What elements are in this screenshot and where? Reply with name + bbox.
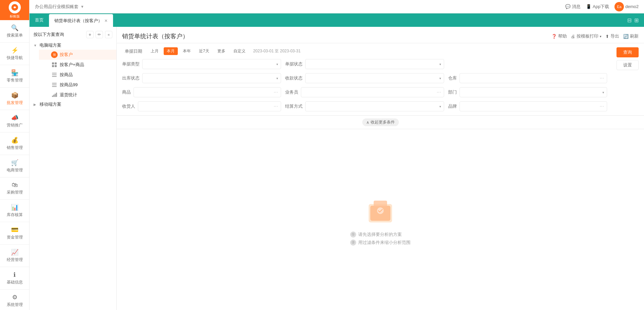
refresh-btn[interactable]: 🔄 刷新 (623, 33, 639, 39)
receiver-dots[interactable]: ··· (274, 103, 278, 109)
sidebar-item-sales[interactable]: 💰 销售管理 (0, 133, 29, 155)
brand-dots[interactable]: ··· (600, 103, 604, 109)
tree-node-mobile-label: 移动端方案 (40, 101, 61, 107)
salesperson-label: 业务员 (285, 89, 298, 95)
filter-receiver: 收货人 ··· (122, 101, 281, 111)
setting-button[interactable]: 设置 (616, 60, 639, 70)
basic-icon: ℹ (13, 271, 16, 278)
left-panel: 按以下方案查询 + ✏ « ▼ 电脑端方案 按 按客户 (30, 27, 117, 310)
sidebar-item-inventory[interactable]: 📊 库存核算 (0, 200, 29, 222)
tab-home-label: 首页 (35, 17, 44, 23)
sidebar-item-ecom[interactable]: 🛒 电商管理 (0, 155, 29, 177)
sidebar-item-marketing[interactable]: 📣 营销推广 (0, 110, 29, 133)
print-btn[interactable]: 🖨 按模板打印 ▾ (571, 33, 601, 39)
date-tab-this-year[interactable]: 本年 (180, 47, 194, 55)
tree-child-goods99[interactable]: 按商品99 (39, 80, 116, 90)
doc-status-select[interactable]: ▾ (305, 59, 444, 69)
empty-hint-1: ① 请先选择要分析的方案 (350, 231, 402, 238)
goods-select[interactable]: ··· (133, 87, 281, 97)
tree-node-pc[interactable]: ▼ 电脑端方案 (30, 41, 116, 50)
hint-num-1: ① (350, 231, 356, 238)
add-scheme-btn[interactable]: + (86, 31, 94, 38)
header-right: 💬 消息 📱 App下载 Ea demo2 (565, 2, 639, 11)
message-btn[interactable]: 💬 消息 (565, 4, 581, 10)
hint-text-2: 用过滤条件来缩小分析范围 (358, 240, 411, 246)
sidebar-item-operation[interactable]: 📈 经营管理 (0, 245, 29, 267)
tree-child-customer-goods[interactable]: 按客户+商品 (39, 60, 116, 70)
doc-status-arrow-icon: ▾ (439, 62, 441, 66)
page-actions: ❓ 帮助 🖨 按模板打印 ▾ ⬆ 导出 🔄 刷新 (551, 33, 639, 39)
left-panel-actions: + ✏ « (86, 31, 112, 38)
sidebar-item-purchase[interactable]: 🛍 采购管理 (0, 177, 29, 200)
sidebar-item-basic[interactable]: ℹ 基础信息 (0, 267, 29, 290)
warehouse-select[interactable]: ··· (460, 73, 607, 83)
sidebar-item-search[interactable]: 🔍 搜索菜单 (0, 20, 29, 43)
sidebar-item-label-system: 系统管理 (7, 302, 23, 308)
tab-home[interactable]: 首页 (30, 13, 49, 27)
svg-rect-7 (52, 76, 57, 77)
sidebar-item-quick[interactable]: ⚡ 快捷导航 (0, 43, 29, 65)
sidebar-item-finance[interactable]: 💳 资金管理 (0, 222, 29, 245)
tab-report-label: 销货单统计表（按客户） (54, 18, 102, 24)
tab-minimize-icon[interactable]: ⊟ (627, 17, 632, 23)
goods-dots[interactable]: ··· (274, 89, 278, 95)
sidebar-item-label-wholesale: 批发管理 (7, 100, 23, 106)
department-select[interactable]: ▾ (460, 87, 607, 97)
action-btn-group: 查询 设置 (616, 47, 639, 70)
date-tab-custom[interactable]: 自定义 (230, 47, 249, 55)
app-download-btn[interactable]: 📱 App下载 (586, 4, 609, 10)
tree-child-customer[interactable]: 按 按客户 (39, 50, 116, 60)
query-button[interactable]: 查询 (616, 47, 639, 57)
message-icon: 💬 (565, 4, 571, 9)
svg-rect-5 (52, 73, 57, 73)
out-status-select[interactable]: ▾ (142, 73, 281, 83)
tree-child-return[interactable]: 退货统计 (39, 90, 116, 100)
goods99-icon (51, 82, 58, 88)
filter-department: 部门 ▾ (448, 87, 607, 97)
payment-status-label: 收款状态 (285, 75, 303, 81)
hint-num-2: ② (350, 240, 356, 246)
tree-node-mobile[interactable]: ▶ 移动端方案 (30, 100, 116, 109)
tree-expand-icon: ▼ (34, 44, 38, 47)
date-tab-this-month[interactable]: 本月 (164, 47, 178, 55)
edit-scheme-btn[interactable]: ✏ (96, 31, 103, 38)
header-left: 办公用品行业模拟账套 ▾ (35, 4, 84, 10)
tree-child-goods[interactable]: 按商品 (39, 70, 116, 80)
tab-maximize-icon[interactable]: ⊞ (634, 17, 639, 23)
app-logo[interactable]: 标账版 (0, 0, 30, 20)
content-area: 按以下方案查询 + ✏ « ▼ 电脑端方案 按 按客户 (30, 27, 644, 310)
tree-child-customer-label: 按客户 (60, 52, 73, 58)
out-status-label: 出库状态 (122, 75, 140, 81)
sidebar-item-retail[interactable]: 🏪 零售管理 (0, 65, 29, 88)
collapse-up-icon: ∧ (366, 120, 369, 125)
collapse-more-btn[interactable]: ∧ 收起更多条件 (362, 118, 399, 126)
sidebar-item-label-marketing: 营销推广 (7, 122, 23, 128)
receiver-select[interactable]: ··· (138, 101, 281, 111)
settlement-select[interactable]: ▾ (305, 101, 444, 111)
salesperson-select[interactable]: ··· (301, 87, 444, 97)
dropdown-arrow-icon[interactable]: ▾ (81, 4, 84, 9)
warehouse-dots[interactable]: ··· (600, 75, 604, 81)
tab-report[interactable]: 销货单统计表（按客户） ✕ (49, 14, 113, 28)
date-tab-last7[interactable]: 近7天 (196, 47, 212, 55)
warehouse-label: 仓库 (448, 75, 457, 81)
date-tab-last-month[interactable]: 上月 (148, 47, 162, 55)
help-btn[interactable]: ❓ 帮助 (551, 33, 567, 39)
right-panel: 销货单统计表（按客户） ❓ 帮助 🖨 按模板打印 ▾ ⬆ 导出 (117, 27, 644, 310)
payment-status-select[interactable]: ▾ (305, 73, 444, 83)
date-tab-more[interactable]: 更多 (214, 47, 228, 55)
retail-icon: 🏪 (11, 69, 18, 76)
collapse-panel-btn[interactable]: « (105, 31, 112, 38)
export-btn[interactable]: ⬆ 导出 (605, 33, 619, 39)
tab-close-icon[interactable]: ✕ (104, 18, 108, 23)
sidebar: 标账版 🔍 搜索菜单 ⚡ 快捷导航 🏪 零售管理 📦 批发管理 📣 营销推广 💰… (0, 0, 30, 310)
empty-illustration (364, 194, 397, 227)
sidebar-item-system[interactable]: ⚙ 系统管理 (0, 290, 29, 310)
print-dropdown-icon: ▾ (600, 35, 601, 38)
out-status-arrow-icon: ▾ (276, 76, 278, 80)
brand-select[interactable]: ··· (460, 101, 607, 111)
salesperson-dots[interactable]: ··· (437, 89, 441, 95)
user-menu[interactable]: Ea demo2 (614, 2, 639, 11)
sidebar-item-wholesale[interactable]: 📦 批发管理 (0, 88, 29, 110)
doc-type-select[interactable]: ▾ (142, 59, 281, 69)
